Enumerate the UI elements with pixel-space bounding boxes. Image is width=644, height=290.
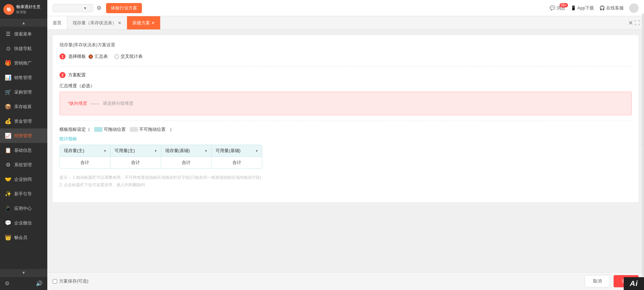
sales-icon: 📊 — [5, 74, 11, 81]
section-choose-template: 1 选择模板 汇总表 交叉统计表 — [59, 53, 632, 59]
sidebar-item-enterprise[interactable]: 🤝 企业协同 — [0, 172, 47, 187]
sidebar-item-member[interactable]: 👑 畅会员 — [0, 230, 47, 245]
tab-new-scheme-close[interactable]: ✕ — [151, 21, 155, 25]
tab-inventory-close[interactable]: ✕ — [118, 21, 121, 25]
industry-btn[interactable]: 体验行业方案 — [106, 3, 142, 13]
sidebar-item-marketing[interactable]: 🎁 营销推广 — [0, 56, 47, 70]
cancel-button[interactable]: 取消 — [585, 275, 610, 287]
sidebar-item-inventory[interactable]: 📦 库存核算 — [0, 99, 47, 114]
sidebar-item-search-menu[interactable]: ☰ 搜索菜单 — [0, 27, 47, 41]
sidebar-item-label: 快捷导航 — [14, 46, 32, 52]
sidebar-item-finance[interactable]: 💰 资金管理 — [0, 114, 47, 128]
movable-badge: 可拖动位置 — [94, 126, 126, 132]
save-checkbox[interactable] — [53, 279, 57, 284]
sidebar-item-label: 营销推广 — [14, 60, 32, 66]
search-menu-icon: ☰ — [5, 31, 11, 37]
indicator-settings-label: 模板指标设定（ — [59, 126, 90, 132]
purchase-icon: 🛒 — [5, 89, 11, 95]
inventory-icon: 📦 — [5, 103, 11, 110]
sidebar-scroll-up[interactable]: ▲ — [0, 19, 47, 27]
sidebar-item-purchase[interactable]: 🛒 采购管理 — [0, 85, 47, 99]
sidebar-item-new-guide[interactable]: ✨ 新手引导 — [0, 187, 47, 201]
topbar: ▾ ⚙ 体验行业方案 💬 消息 99+ 📱 App下载 🎧 在线客服 — [47, 0, 644, 16]
radio-summary-input[interactable] — [89, 54, 93, 59]
radio-cross-input[interactable] — [115, 54, 119, 59]
enterprise-wechat-icon: 💬 — [5, 220, 11, 226]
sidebar-item-label: 畅会员 — [14, 235, 27, 241]
col-data-0: 合计 — [60, 156, 110, 168]
speaker-icon[interactable]: 🔊 — [36, 280, 43, 287]
settings-icon[interactable]: ⚙ — [5, 280, 9, 287]
search-dropdown-icon[interactable]: ▾ — [84, 6, 86, 10]
indicator-settings: 模板指标设定（ 可拖动位置 不可拖动位置 ） — [59, 126, 632, 132]
sidebar-item-enterprise-wechat[interactable]: 💬 企业微信 — [0, 216, 47, 230]
online-customer-btn[interactable]: 🎧 在线客服 — [599, 5, 624, 11]
gear-icon[interactable]: ⚙ — [97, 5, 101, 11]
sidebar-logo-icon: 畅 — [3, 4, 14, 15]
sidebar-item-basic-info[interactable]: 📋 基础信息 — [0, 143, 47, 158]
fixed-box — [130, 127, 138, 132]
sidebar-item-sales[interactable]: 📊 销售管理 — [0, 70, 47, 85]
sidebar-item-label: 系统管理 — [14, 162, 32, 168]
user-avatar-btn[interactable] — [629, 3, 639, 13]
resize-handle[interactable]: ⋮ — [642, 14, 644, 276]
sidebar-scroll-down[interactable]: ▼ — [0, 269, 47, 276]
topbar-search-box[interactable]: ▾ — [53, 4, 93, 12]
sidebar-item-label: 企业协同 — [14, 176, 32, 183]
dimension-box[interactable]: *纵向维度 —— 请选择分组维度 — [59, 92, 632, 115]
col-header-1[interactable]: 可用量(主) ▾ — [110, 145, 161, 156]
section-scheme-config: 2 方案配置 汇总维度（必选） *纵向维度 —— 请选择分组维度 模板指标设定（ — [59, 72, 632, 189]
col-header-3-chevron[interactable]: ▾ — [256, 149, 258, 153]
tab-inventory-label: 现存量（库存状况表） — [73, 20, 117, 26]
message-btn[interactable]: 💬 消息 99+ — [550, 5, 565, 11]
sidebar-logo: 畅 畅康通好生意 标准版 — [0, 0, 47, 19]
sidebar-item-label: 资金管理 — [14, 118, 32, 124]
col-header-0[interactable]: 现存量(主) ▾ — [60, 145, 110, 156]
sidebar-item-system[interactable]: ⚙ 系统管理 — [0, 158, 47, 172]
app-label: App下载 — [577, 5, 594, 11]
sidebar-item-label: 企业微信 — [14, 220, 32, 226]
sidebar-item-label: 经营管理 — [14, 133, 32, 139]
sidebar-item-app-center[interactable]: 📱 应用中心 — [0, 201, 47, 216]
tips: 提示： 1.拖动标题栏可以调整布局，不可跨维度或指标区域拖动栏目字段(只能在同一… — [59, 174, 632, 189]
close-panel-btn[interactable]: ✕ — [627, 19, 634, 27]
expand-panel-btn[interactable]: ⛶ — [634, 19, 641, 27]
dimension-placeholder: 请选择分组维度 — [103, 100, 133, 106]
sidebar-item-label: 新手引导 — [14, 191, 32, 197]
tab-inventory-status[interactable]: 现存量（库存状况表） ✕ — [67, 16, 127, 29]
movable-box — [94, 127, 102, 132]
sidebar-nav: ☰ 搜索菜单 ⊙ 快捷导航 🎁 营销推广 📊 销售管理 🛒 采购管理 📦 库存核… — [0, 27, 47, 269]
stats-table: 现存量(主) ▾ 可用量(主) ▾ 现存量(基辅) ▾ 可用量(基辅) — [59, 145, 262, 169]
col-header-2-chevron[interactable]: ▾ — [205, 149, 207, 153]
sidebar-item-label: 基础信息 — [14, 147, 32, 153]
app-center-icon: 📱 — [5, 205, 11, 212]
col-header-3[interactable]: 可用量(基辅) ▾ — [212, 145, 262, 156]
stats-header-row: 现存量(主) ▾ 可用量(主) ▾ 现存量(基辅) ▾ 可用量(基辅) — [60, 145, 262, 156]
radio-summary[interactable]: 汇总表 — [89, 53, 108, 59]
col-header-2[interactable]: 现存量(基辅) ▾ — [161, 145, 212, 156]
app-download-btn[interactable]: 📱 App下载 — [571, 5, 594, 11]
save-option[interactable]: 方案保存(可选) — [53, 278, 89, 284]
stats-data-row: 合计 合计 合计 合计 — [60, 156, 262, 168]
section1-title: 选择模板 — [68, 53, 86, 59]
sidebar-item-label: 销售管理 — [14, 75, 32, 81]
ai-badge-label: Ai — [630, 279, 638, 288]
divider2 — [59, 121, 632, 121]
tab-home[interactable]: 首页 — [47, 16, 67, 29]
radio-cross[interactable]: 交叉统计表 — [115, 53, 143, 59]
marketing-icon: 🎁 — [5, 60, 11, 66]
col-header-0-label: 现存量(主) — [64, 148, 84, 154]
sidebar-item-quick-nav[interactable]: ⊙ 快捷导航 — [0, 41, 47, 56]
col-header-2-label: 现存量(基辅) — [165, 148, 190, 154]
member-icon: 👑 — [5, 234, 11, 241]
section1-header: 1 选择模板 汇总表 交叉统计表 — [59, 53, 632, 59]
sidebar-item-operations[interactable]: 📈 经营管理 — [0, 128, 47, 143]
tab-new-scheme[interactable]: 新建方案 ✕ — [127, 16, 160, 29]
system-icon: ⚙ — [5, 162, 11, 168]
search-input[interactable] — [56, 6, 83, 10]
stats-label: 统计指标 — [59, 136, 632, 142]
fixed-label: 不可拖动位置 — [139, 126, 166, 132]
col-header-1-chevron[interactable]: ▾ — [155, 149, 157, 153]
col-header-0-chevron[interactable]: ▾ — [104, 149, 106, 153]
template-radio-group: 汇总表 交叉统计表 — [89, 53, 143, 59]
